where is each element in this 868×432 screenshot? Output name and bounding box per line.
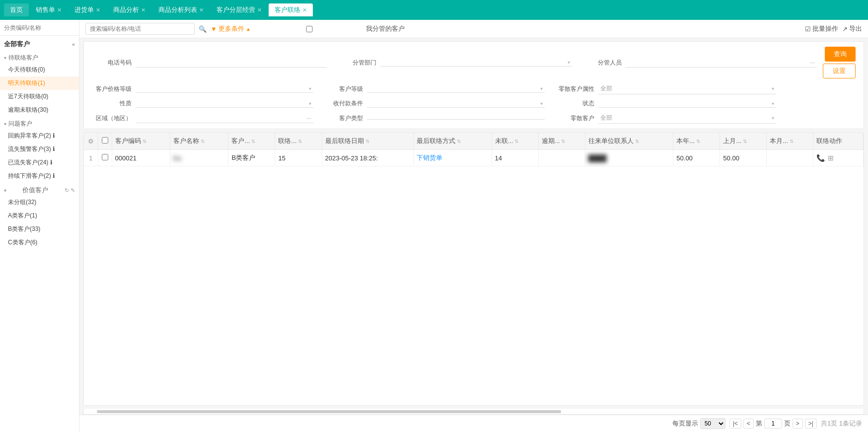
sidebar-item-b-class[interactable]: B类客户(33) (0, 222, 79, 236)
payment-select[interactable]: ▾ (367, 100, 545, 108)
more-conditions-label: 更多条件 (218, 24, 244, 33)
sidebar-search-input[interactable] (4, 24, 78, 31)
more-conditions-btn[interactable]: ▼ 更多条件 ▲ (211, 24, 251, 33)
retail-attr-select[interactable]: 全部 ▾ (598, 83, 776, 94)
price-grade-select[interactable]: ▾ (136, 85, 313, 93)
retail-attr-label: 零散客户属性 (555, 85, 594, 93)
nav-customer-tier[interactable]: 客户分层经营 ✕ (211, 3, 268, 16)
chevron-up-icon: ▲ (246, 26, 251, 32)
action-icons-container: 📞 ⊞ (816, 154, 860, 162)
next-page-btn[interactable]: > (793, 419, 803, 429)
region-select[interactable]: ··· (136, 114, 313, 123)
nature-select[interactable]: ▾ (136, 100, 313, 108)
more-icon[interactable]: ··· (306, 115, 311, 122)
close-icon[interactable]: ✕ (302, 7, 307, 13)
nav-purchase-label: 进货单 (74, 5, 94, 14)
close-icon[interactable]: ✕ (257, 7, 262, 13)
search-input[interactable] (85, 23, 195, 35)
group-problem-customers: 问题客户 (0, 117, 79, 129)
table-row: 1 000021 Ea B类客户 15 2023-05-23 18:25: 下销… (84, 150, 864, 166)
last-page-btn[interactable]: >| (805, 419, 817, 429)
col-this-year: 本年... ⇅ (673, 133, 720, 150)
reset-button[interactable]: 设置 (823, 64, 856, 78)
sort-icon: ⇅ (696, 139, 700, 144)
sidebar-item-churn-warning[interactable]: 流失预警客户(3) ℹ (0, 143, 79, 156)
close-icon[interactable]: ✕ (199, 7, 204, 13)
manager-select[interactable]: ··· (626, 58, 817, 68)
col-contact: 联络... ⇅ (275, 133, 322, 150)
customer-type-select[interactable] (367, 117, 545, 120)
row-contact-count: 15 (275, 150, 322, 166)
select-all-checkbox[interactable] (102, 137, 108, 144)
nature-label: 性质 (92, 99, 132, 108)
close-icon[interactable]: ✕ (141, 7, 145, 13)
checkbox-icon: ☑ (805, 25, 811, 33)
sidebar-item-overdue-contact[interactable]: 逾期未联络(30) (0, 103, 79, 117)
all-customers-label: 全部客户 (4, 40, 30, 49)
settings-col-header[interactable]: ⚙ (84, 133, 98, 150)
sidebar-item-ungrouped[interactable]: 未分组(32) (0, 196, 79, 209)
nav-customer-contact[interactable]: 客户联络 ✕ (269, 3, 313, 16)
nav-customer-tier-label: 客户分层经营 (217, 5, 255, 14)
col-last-contact-date: 最后联络日期 ⇅ (322, 133, 413, 150)
search-icon[interactable]: 🔍 (199, 25, 207, 33)
sidebar-item-declining[interactable]: 持续下滑客户(2) ℹ (0, 169, 79, 183)
chevron-down-icon: ▾ (772, 86, 774, 91)
retail-select[interactable]: 全部 ▾ (598, 113, 776, 124)
batch-operation-btn[interactable]: ☑ 批量操作 (805, 24, 838, 33)
nav-sales[interactable]: 销售单 ✕ (30, 3, 68, 16)
my-customers-checkbox[interactable]: 我分管的客户 (255, 24, 405, 33)
row-checkbox[interactable] (102, 154, 108, 160)
close-icon[interactable]: ✕ (96, 7, 100, 13)
col-last-contact-method: 最后联络方式 ⇅ (413, 133, 492, 150)
my-customers-check[interactable] (255, 26, 364, 32)
col-type: 客户... ⇅ (228, 133, 275, 150)
per-page-select[interactable]: 50 10 20 100 (700, 418, 725, 429)
prev-page-btn[interactable]: < (743, 419, 754, 429)
row-no-contact-days: 14 (492, 150, 538, 166)
dept-select[interactable]: ▾ (380, 59, 572, 67)
collapse-icon[interactable]: « (72, 41, 75, 47)
sidebar-item-today-contact[interactable]: 今天待联络(0) (0, 63, 79, 76)
all-customers-header[interactable]: 全部客户 « (0, 36, 79, 51)
batch-op-label: 批量操作 (812, 24, 838, 33)
sort-icon: ⇅ (298, 139, 302, 144)
row-last-contact-method: 下销货单 (413, 150, 492, 166)
more-icon[interactable]: ··· (810, 59, 815, 66)
sidebar-item-tomorrow-contact[interactable]: 明天待联络(1) (0, 76, 79, 90)
last-contact-method-link[interactable]: 下销货单 (417, 154, 442, 161)
sidebar-item-churned[interactable]: 已流失客户(24) ℹ (0, 156, 79, 169)
sidebar-item-c-class[interactable]: C类客户(6) (0, 236, 79, 249)
sidebar-item-abnormal-repurchase[interactable]: 回购异常客户(2) ℹ (0, 129, 79, 143)
filter-icon: ▼ (211, 25, 217, 33)
sidebar-item-7days-contact[interactable]: 近7天待联络(0) (0, 90, 79, 103)
dept-label: 分管部门 (337, 59, 376, 67)
phone-action-icon[interactable]: 📞 (816, 154, 825, 162)
row-last-month: 50.00 (720, 150, 767, 166)
col-last-month: 上月... ⇅ (720, 133, 767, 150)
table-header-row: ⚙ 客户编码 ⇅ 客户名称 ⇅ 客户... ⇅ (84, 133, 864, 150)
filter-row-1: 电话号码 分管部门 ▾ 分管人员 ··· (92, 47, 856, 78)
sort-icon: ⇅ (790, 139, 794, 144)
sort-icon: ⇅ (365, 139, 369, 144)
group-value-customers: 价值客户 ↻ ✎ (0, 183, 79, 196)
grid-action-icon[interactable]: ⊞ (828, 154, 834, 162)
status-select[interactable]: ▾ (598, 100, 776, 108)
nav-purchase[interactable]: 进货单 ✕ (69, 3, 106, 16)
customer-grade-select[interactable]: ▾ (367, 85, 545, 93)
filter-bar: 🔍 ▼ 更多条件 ▲ 我分管的客户 ☑ 批量操作 ↗ 导出 (79, 20, 868, 38)
nav-home[interactable]: 首页 (4, 3, 29, 16)
top-nav: 首页 销售单 ✕ 进货单 ✕ 商品分析 ✕ 商品分析列表 ✕ 客户分层经营 ✕ … (0, 0, 868, 20)
first-page-btn[interactable]: |< (729, 419, 741, 429)
export-btn[interactable]: ↗ 导出 (842, 24, 862, 33)
nav-product-analysis[interactable]: 商品分析 ✕ (107, 3, 151, 16)
row-type: B类客户 (228, 150, 275, 166)
page-input[interactable] (764, 419, 782, 429)
filter-manager: 分管人员 ··· (582, 58, 817, 68)
close-icon[interactable]: ✕ (57, 7, 62, 13)
filter-price-grade: 客户价格等级 ▾ (92, 85, 313, 93)
phone-input[interactable] (136, 58, 327, 68)
sidebar-item-a-class[interactable]: A类客户(1) (0, 209, 79, 222)
nav-product-analysis-list[interactable]: 商品分析列表 ✕ (152, 3, 210, 16)
query-button[interactable]: 查询 (825, 47, 856, 62)
